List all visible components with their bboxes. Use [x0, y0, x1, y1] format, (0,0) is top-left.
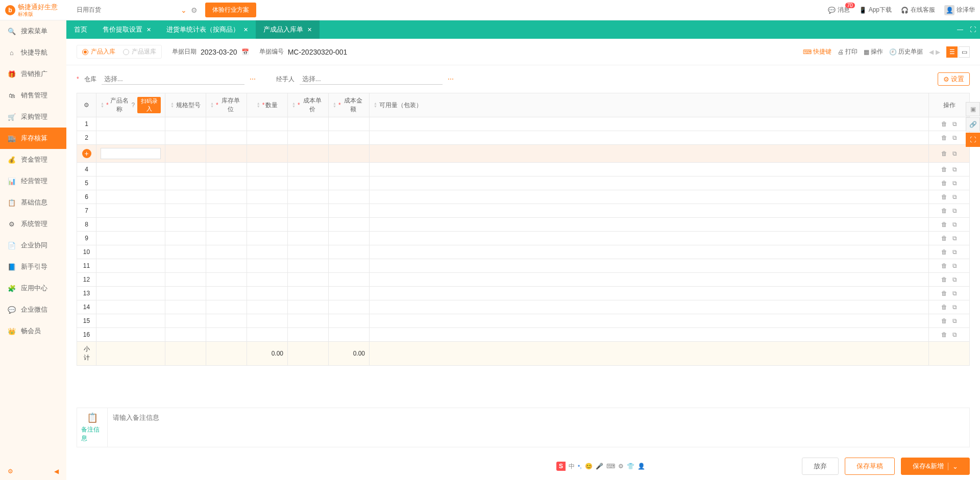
cell-unit[interactable]	[206, 218, 247, 232]
table-row[interactable]: 15🗑⧉	[77, 314, 970, 328]
cell-qty[interactable]	[247, 163, 288, 176]
table-row[interactable]: +🗑⧉	[77, 145, 970, 163]
discard-button[interactable]: 放弃	[802, 458, 839, 475]
cell-unit-cost[interactable]	[288, 245, 329, 259]
sidebar-item-3[interactable]: 🛍销售管理	[0, 85, 66, 106]
calendar-icon[interactable]: 📅	[241, 48, 249, 56]
cell-amount[interactable]	[329, 300, 370, 314]
cell-amount[interactable]	[329, 328, 370, 342]
cell-available[interactable]	[370, 259, 929, 273]
cell-amount[interactable]	[329, 163, 370, 176]
history-button[interactable]: 🕘历史单据	[889, 47, 923, 56]
cell-spec[interactable]	[165, 117, 206, 131]
gear-icon[interactable]: ⚙	[191, 6, 198, 14]
handler-input[interactable]	[300, 73, 443, 85]
cell-unit-cost[interactable]	[288, 287, 329, 300]
cell-available[interactable]	[370, 218, 929, 232]
grid-settings-button[interactable]: ⚙设置	[938, 72, 970, 86]
col-config[interactable]: ⚙	[77, 93, 96, 117]
close-icon[interactable]: ✕	[307, 27, 312, 33]
col-amount[interactable]: ▲▼*成本金额	[329, 93, 370, 117]
table-row[interactable]: 11🗑⧉	[77, 259, 970, 273]
rail-btn-1[interactable]: ▣	[966, 102, 980, 116]
copy-icon[interactable]: ⧉	[952, 262, 957, 269]
sidebar-item-8[interactable]: 📋基础信息	[0, 192, 66, 213]
cell-amount[interactable]	[329, 314, 370, 328]
cell-qty[interactable]	[247, 245, 288, 259]
cell-spec[interactable]	[165, 131, 206, 145]
delete-icon[interactable]: 🗑	[941, 180, 947, 187]
cell-product-name[interactable]	[96, 218, 165, 232]
delete-icon[interactable]: 🗑	[941, 304, 947, 311]
table-row[interactable]: 13🗑⧉	[77, 287, 970, 300]
table-row[interactable]: 7🗑⧉	[77, 204, 970, 218]
cell-qty[interactable]	[247, 273, 288, 287]
cell-available[interactable]	[370, 232, 929, 245]
cell-available[interactable]	[370, 300, 929, 314]
copy-icon[interactable]: ⧉	[952, 180, 957, 187]
cell-amount[interactable]	[329, 131, 370, 145]
cell-product-name[interactable]	[96, 117, 165, 131]
table-row[interactable]: 5🗑⧉	[77, 176, 970, 190]
cell-spec[interactable]	[165, 232, 206, 245]
cell-unit-cost[interactable]	[288, 218, 329, 232]
cell-spec[interactable]	[165, 145, 206, 163]
delete-icon[interactable]: 🗑	[941, 166, 947, 173]
delete-icon[interactable]: 🗑	[941, 235, 947, 242]
tab-0[interactable]: 首页	[66, 20, 95, 39]
cell-qty[interactable]	[247, 259, 288, 273]
copy-icon[interactable]: ⧉	[952, 221, 957, 228]
cell-unit-cost[interactable]	[288, 300, 329, 314]
cell-spec[interactable]	[165, 259, 206, 273]
cell-unit-cost[interactable]	[288, 259, 329, 273]
cell-available[interactable]	[370, 117, 929, 131]
delete-icon[interactable]: 🗑	[941, 193, 947, 200]
cell-unit[interactable]	[206, 131, 247, 145]
cell-product-name[interactable]	[96, 328, 165, 342]
cell-unit[interactable]	[206, 287, 247, 300]
cell-spec[interactable]	[165, 190, 206, 204]
copy-icon[interactable]: ⧉	[952, 134, 957, 141]
close-icon[interactable]: ✕	[243, 27, 248, 33]
cell-qty[interactable]	[247, 300, 288, 314]
operate-button[interactable]: ▦操作	[864, 47, 883, 56]
cell-unit[interactable]	[206, 259, 247, 273]
warehouse-lookup[interactable]: ⋯	[250, 75, 256, 83]
cell-product-name[interactable]	[96, 190, 165, 204]
delete-icon[interactable]: 🗑	[941, 276, 947, 283]
cell-unit-cost[interactable]	[288, 190, 329, 204]
add-row-icon[interactable]: +	[82, 149, 91, 158]
cell-spec[interactable]	[165, 314, 206, 328]
col-qty[interactable]: ▲▼*数量	[247, 93, 288, 117]
shortcut-button[interactable]: ⌨快捷键	[803, 47, 831, 56]
tab-3[interactable]: 产成品入库单✕	[256, 20, 320, 39]
cell-unit[interactable]	[206, 300, 247, 314]
prev-doc[interactable]: ◀	[929, 48, 934, 56]
cell-product-name[interactable]	[96, 273, 165, 287]
radio-product-in[interactable]: 产品入库	[82, 47, 115, 56]
cell-available[interactable]	[370, 245, 929, 259]
cell-product-name[interactable]	[96, 287, 165, 300]
cell-amount[interactable]	[329, 273, 370, 287]
cell-qty[interactable]	[247, 117, 288, 131]
cell-unit-cost[interactable]	[288, 163, 329, 176]
cell-amount[interactable]	[329, 145, 370, 163]
cell-qty[interactable]	[247, 176, 288, 190]
view-card[interactable]: ▭	[959, 46, 970, 58]
sidebar-item-0[interactable]: 🔍搜索菜单	[0, 20, 66, 42]
table-row[interactable]: 9🗑⧉	[77, 232, 970, 245]
tab-2[interactable]: 进货单统计表（按商品）✕	[159, 20, 256, 39]
cell-unit-cost[interactable]	[288, 145, 329, 163]
delete-icon[interactable]: 🗑	[941, 248, 947, 256]
copy-icon[interactable]: ⧉	[952, 290, 957, 297]
cell-unit-cost[interactable]	[288, 314, 329, 328]
cell-unit[interactable]	[206, 328, 247, 342]
table-row[interactable]: 2🗑⧉	[77, 131, 970, 145]
cell-available[interactable]	[370, 328, 929, 342]
cell-unit-cost[interactable]	[288, 232, 329, 245]
settings-icon[interactable]: ⚙	[8, 468, 13, 475]
table-row[interactable]: 6🗑⧉	[77, 190, 970, 204]
cell-unit-cost[interactable]	[288, 131, 329, 145]
copy-icon[interactable]: ⧉	[952, 304, 957, 311]
app-download-link[interactable]: 📱 App下载	[859, 6, 892, 14]
